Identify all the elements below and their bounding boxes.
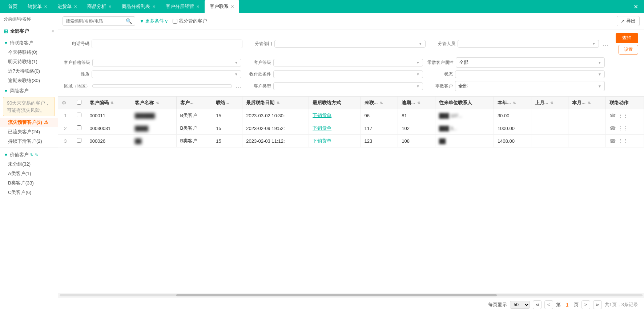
status-select[interactable]: ▼: [455, 70, 605, 78]
my-customers-checkbox[interactable]: [173, 19, 177, 24]
more-conditions-button[interactable]: ▼ 更多条件 ∨: [140, 18, 168, 24]
action-contact-icon-2[interactable]: ☎: [609, 138, 616, 144]
payment-chevron-icon: ▼: [416, 72, 420, 76]
refresh-icon[interactable]: ↻: [30, 153, 33, 157]
window-close-button[interactable]: ✕: [631, 3, 641, 10]
cell-checkbox-0[interactable]: [73, 109, 86, 122]
person-select[interactable]: ▼: [458, 40, 599, 48]
sort-icon-last-month[interactable]: ⇅: [550, 101, 553, 105]
last-page-button[interactable]: ⊳: [593, 300, 602, 309]
row-checkbox-1[interactable]: [77, 125, 81, 130]
action-more-icon-2[interactable]: ⋮⋮: [618, 138, 628, 144]
contact-way-link-0[interactable]: 下销货单: [313, 113, 331, 118]
select-all-checkbox[interactable]: [77, 100, 81, 105]
sidebar-item-7days[interactable]: 近7天待联络(0): [0, 66, 58, 76]
tab-analysis-list[interactable]: 商品分析列表 ✕: [117, 0, 161, 13]
sidebar-all-customers[interactable]: ⊞ 全部客户 «: [0, 25, 58, 37]
tab-purchase[interactable]: 进货单 ✕: [52, 0, 82, 13]
cell-checkbox-2[interactable]: [73, 135, 86, 147]
sidebar-item-b-class[interactable]: B类客户(33): [0, 178, 58, 188]
sidebar-search-input[interactable]: [4, 16, 58, 21]
prev-page-button[interactable]: <: [544, 300, 553, 309]
first-page-button[interactable]: ⊲: [533, 300, 542, 309]
edit-icon[interactable]: ✎: [35, 153, 38, 157]
sidebar-item-tomorrow[interactable]: 明天待联络(1): [0, 57, 58, 66]
tab-sales-close[interactable]: ✕: [44, 4, 47, 9]
tab-customer-contact-close[interactable]: ✕: [231, 4, 234, 9]
settings-button[interactable]: 设置: [619, 45, 638, 54]
tab-customer-layer[interactable]: 客户分层经营 ✕: [161, 0, 205, 13]
sidebar-item-churned[interactable]: 已流失客户(24): [0, 127, 58, 137]
sort-icon-this-month[interactable]: ⇅: [588, 101, 591, 105]
cell-way-2[interactable]: 下销货单: [309, 135, 361, 147]
customer-level-select[interactable]: ▼: [273, 59, 423, 66]
th-gear[interactable]: ⚙: [58, 97, 73, 109]
sidebar-search-container: 🔍: [0, 13, 58, 25]
sort-icon-name[interactable]: ⇅: [156, 101, 159, 105]
sidebar-group-pending[interactable]: ▼ 待联络客户: [0, 37, 58, 48]
region-more-icon[interactable]: …: [236, 83, 241, 89]
zero-customer-select[interactable]: 全部 ▼: [455, 81, 605, 91]
person-more-icon[interactable]: …: [603, 41, 608, 47]
cell-way-1[interactable]: 下销货单: [309, 122, 361, 135]
contact-way-link-1[interactable]: 下销货单: [313, 125, 331, 131]
sidebar-group-risk[interactable]: ▼ 风险客户: [0, 85, 58, 96]
cell-way-0[interactable]: 下销货单: [309, 109, 361, 122]
tab-analysis-close[interactable]: ✕: [108, 4, 112, 9]
row-checkbox-0[interactable]: [77, 113, 81, 117]
phone-label: 电话号码: [64, 41, 89, 47]
filter-search-box[interactable]: 🔍: [63, 16, 135, 26]
cell-checkbox-1[interactable]: [73, 122, 86, 135]
th-checkbox[interactable]: [73, 97, 86, 109]
tab-customer-layer-close[interactable]: ✕: [196, 4, 200, 9]
sidebar-item-overdue[interactable]: 逾期未联络(30): [0, 76, 58, 85]
tab-customer-contact[interactable]: 客户联系 ✕: [205, 0, 239, 13]
dept-select[interactable]: ▼: [274, 40, 425, 48]
horizontal-scrollbar[interactable]: [58, 293, 644, 297]
filter-search-input[interactable]: [66, 19, 126, 24]
sort-icon-not-contacted[interactable]: ⇅: [380, 101, 383, 105]
scroll-track[interactable]: [60, 294, 643, 296]
tab-analysis-list-close[interactable]: ✕: [152, 4, 156, 9]
sidebar-item-ungroup[interactable]: 未分组(32): [0, 159, 58, 169]
nature-select[interactable]: ▼: [92, 70, 241, 78]
customer-type-select[interactable]: ▼: [273, 82, 423, 90]
sort-icon-year[interactable]: ⇅: [513, 101, 516, 105]
phone-input[interactable]: [92, 40, 242, 48]
my-customers-checkbox-group[interactable]: 我分管的客户: [173, 18, 207, 24]
contact-way-link-2[interactable]: 下销货单: [313, 138, 331, 143]
sort-icon-overdue[interactable]: ⇅: [417, 101, 420, 105]
action-more-icon-0[interactable]: ⋮⋮: [618, 113, 628, 118]
search-orange-icon[interactable]: 🔍: [126, 18, 132, 24]
tab-purchase-close[interactable]: ✕: [74, 4, 77, 9]
sidebar-item-churn-warning[interactable]: 流失预警客户(3) ⚠: [0, 118, 58, 127]
scroll-thumb[interactable]: [176, 294, 497, 296]
sidebar-group-value[interactable]: ▼ 价值客户 ↻ ✎: [0, 149, 58, 159]
region-select[interactable]: [92, 84, 232, 88]
action-contact-icon-1[interactable]: ☎: [609, 125, 616, 131]
tab-analysis[interactable]: 商品分析 ✕: [82, 0, 117, 13]
sidebar-item-c-class[interactable]: C类客户(6): [0, 188, 58, 197]
cell-this-year-2: 1408.00: [494, 135, 531, 147]
action-more-icon-1[interactable]: ⋮⋮: [618, 125, 628, 131]
next-page-button[interactable]: >: [581, 300, 590, 309]
action-icons-1: ☎ ⋮⋮: [609, 125, 640, 131]
export-button[interactable]: ↗ 导出: [617, 16, 640, 26]
sidebar-item-a-class[interactable]: A类客户(1): [0, 169, 58, 178]
per-page-select[interactable]: 50 100 200: [510, 301, 530, 309]
sort-icon-date[interactable]: ⇅: [277, 101, 279, 105]
gear-icon[interactable]: ⚙: [62, 100, 66, 106]
sort-icon-code[interactable]: ⇅: [110, 101, 113, 105]
tab-sales[interactable]: 销货单 ✕: [23, 0, 52, 13]
query-button[interactable]: 查询: [616, 33, 638, 43]
sidebar-item-7days-label: 近7天待联络(0): [8, 68, 40, 74]
action-contact-icon-0[interactable]: ☎: [609, 113, 616, 118]
sidebar-item-today[interactable]: 今天待联络(0): [0, 48, 58, 57]
row-checkbox-2[interactable]: [77, 138, 81, 143]
price-level-select[interactable]: ▼: [92, 59, 241, 66]
payment-select[interactable]: ▼: [273, 70, 423, 78]
tab-home[interactable]: 首页: [3, 0, 23, 13]
sidebar-item-declining[interactable]: 持续下滑客户(2): [0, 137, 58, 146]
zero-attr-select[interactable]: 全部 ▼: [456, 57, 605, 68]
th-this-month: 本月... ⇅: [568, 97, 606, 109]
